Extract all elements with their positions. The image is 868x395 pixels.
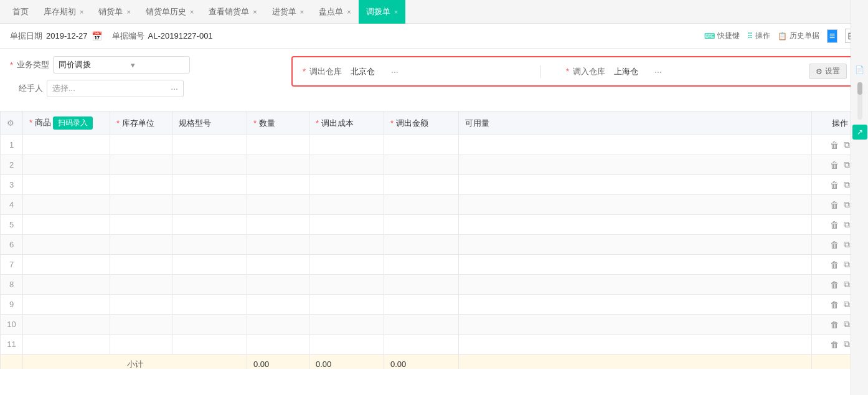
doc-no-field-group: 单据编号 AL-20191227-001 <box>112 31 213 42</box>
row-3-amount[interactable] <box>384 175 459 195</box>
handler-more-icon[interactable]: ··· <box>171 83 178 93</box>
copy-row-3-icon[interactable]: ⧉ <box>844 179 850 190</box>
row-1-available <box>459 135 812 155</box>
copy-row-11-icon[interactable]: ⧉ <box>844 339 850 350</box>
warehouse-in-value: 上海仓 <box>614 66 638 77</box>
side-export-button[interactable]: ↗ <box>852 125 867 140</box>
col-unit: * 库存单位 <box>110 112 172 135</box>
row-2-cost[interactable] <box>309 155 384 175</box>
doc-no-value: AL-20191227-001 <box>148 31 213 40</box>
copy-row-9-icon[interactable]: ⧉ <box>844 299 850 310</box>
row-3-unit[interactable] <box>110 175 172 195</box>
row-3-cost[interactable] <box>309 175 384 195</box>
warehouse-in-field: * 调入仓库 上海仓 ··· <box>566 66 779 77</box>
row-2-spec[interactable] <box>172 155 247 175</box>
table-row: 3 🗑 ⧉ <box>1 175 868 195</box>
table-header-row: ⚙ * 商品 扫码录入 * 库存单位 规格型号 * <box>1 112 868 135</box>
tab-close-inventory-count[interactable]: × <box>347 8 351 16</box>
copy-row-8-icon[interactable]: ⧉ <box>844 279 850 290</box>
table-row: 4 🗑⧉ <box>1 195 868 215</box>
delete-row-8-icon[interactable]: 🗑 <box>830 280 839 290</box>
copy-row-10-icon[interactable]: ⧉ <box>844 319 850 330</box>
delete-row-10-icon[interactable]: 🗑 <box>830 320 839 330</box>
row-1-qty[interactable] <box>247 135 309 155</box>
copy-row-4-icon[interactable]: ⧉ <box>844 199 850 210</box>
tab-inventory-count[interactable]: 盘点单 × <box>311 0 358 24</box>
toolbar-right: ⌨ 快捷键 ⠿ 操作 📋 历史单据 ≡ ⊞ <box>704 29 858 43</box>
row-1-spec[interactable] <box>172 135 247 155</box>
handler-input[interactable]: 选择... ··· <box>47 80 184 97</box>
settings-gear-icon: ⚙ <box>816 67 823 76</box>
delete-row-7-icon[interactable]: 🗑 <box>830 260 839 270</box>
view-list-button[interactable]: ≡ <box>827 29 837 43</box>
table-row: 9 🗑⧉ <box>1 295 868 315</box>
warehouse-out-more-icon[interactable]: ··· <box>391 67 399 77</box>
row-1-unit[interactable] <box>110 135 172 155</box>
tab-close-sales-order[interactable]: × <box>126 8 130 16</box>
scan-button[interactable]: 扫码录入 <box>53 117 93 130</box>
tab-close-sales-history[interactable]: × <box>190 8 194 16</box>
col-amount: * 调出金额 <box>384 112 459 135</box>
history-docs-button[interactable]: 📋 历史单据 <box>778 31 819 41</box>
row-2-available <box>459 155 812 175</box>
row-3-product[interactable] <box>23 175 110 195</box>
tab-close-purchase-order[interactable]: × <box>300 8 304 16</box>
delete-row-3-icon[interactable]: 🗑 <box>830 180 839 190</box>
tab-sales-history[interactable]: 销货单历史 × <box>138 0 201 24</box>
shortcut-button[interactable]: ⌨ 快捷键 <box>704 31 740 41</box>
copy-row-7-icon[interactable]: ⧉ <box>844 259 850 270</box>
form-area: * 业务类型 同价调拨 ▾ 经手人 选择... ··· <box>0 49 868 111</box>
tab-transfer-order[interactable]: 调拨单 × <box>359 0 405 24</box>
row-1-amount[interactable] <box>384 135 459 155</box>
row-2-amount[interactable] <box>384 155 459 175</box>
row-3-qty[interactable] <box>247 175 309 195</box>
tab-purchase-order[interactable]: 进货单 × <box>265 0 311 24</box>
operations-button[interactable]: ⠿ 操作 <box>747 31 770 41</box>
row-2-unit[interactable] <box>110 155 172 175</box>
business-type-input[interactable]: 同价调拨 ▾ <box>53 56 190 74</box>
table-container: ⚙ * 商品 扫码录入 * 库存单位 规格型号 * <box>0 111 868 369</box>
row-3-spec[interactable] <box>172 175 247 195</box>
transfer-table: ⚙ * 商品 扫码录入 * 库存单位 规格型号 * <box>0 111 868 369</box>
tab-home[interactable]: 首页 <box>5 0 36 24</box>
date-label: 单据日期 <box>10 31 42 42</box>
settings-button[interactable]: ⚙ 设置 <box>809 64 847 79</box>
row-2-product[interactable] <box>23 155 110 175</box>
col-spec: 规格型号 <box>172 112 247 135</box>
warehouse-in-label: 调入仓库 <box>573 66 605 77</box>
scrollbar-thumb[interactable] <box>857 82 862 95</box>
table-gear-icon[interactable]: ⚙ <box>7 118 14 128</box>
business-type-field: * 业务类型 同价调拨 ▾ <box>10 56 190 74</box>
subtotal-label: 小计 <box>23 355 247 369</box>
tab-close-view-sales[interactable]: × <box>253 8 257 16</box>
table-row: 10 🗑⧉ <box>1 315 868 335</box>
tab-sales-order[interactable]: 销货单 × <box>91 0 138 24</box>
delete-row-5-icon[interactable]: 🗑 <box>830 220 839 230</box>
warehouse-in-more-icon[interactable]: ··· <box>654 67 662 77</box>
delete-row-4-icon[interactable]: 🗑 <box>830 200 839 210</box>
copy-row-1-icon[interactable]: ⧉ <box>844 140 850 150</box>
settings-label: 设置 <box>825 66 840 77</box>
tab-view-sales[interactable]: 查看销货单 × <box>201 0 264 24</box>
delete-row-6-icon[interactable]: 🗑 <box>830 240 839 250</box>
delete-row-11-icon[interactable]: 🗑 <box>830 340 839 350</box>
copy-row-6-icon[interactable]: ⧉ <box>844 239 850 250</box>
side-doc-button[interactable]: 📄 <box>852 62 867 77</box>
delete-row-1-icon[interactable]: 🗑 <box>830 140 839 150</box>
subtotal-qty: 0.00 <box>247 355 309 369</box>
handler-field: 经手人 选择... ··· <box>10 80 184 97</box>
row-1-product[interactable] <box>23 135 110 155</box>
tab-inventory-init[interactable]: 库存期初 × <box>36 0 91 24</box>
row-2-qty[interactable] <box>247 155 309 175</box>
copy-row-2-icon[interactable]: ⧉ <box>844 159 850 170</box>
row-1-cost[interactable] <box>309 135 384 155</box>
copy-row-5-icon[interactable]: ⧉ <box>844 219 850 230</box>
calendar-icon[interactable]: 📅 <box>92 31 102 41</box>
delete-row-9-icon[interactable]: 🗑 <box>830 300 839 310</box>
table-row: 1 🗑 ⧉ <box>1 135 868 155</box>
tab-close-inventory-init[interactable]: × <box>80 8 83 16</box>
table-row: 6 🗑⧉ <box>1 235 868 255</box>
business-type-label: 业务类型 <box>17 59 49 70</box>
delete-row-2-icon[interactable]: 🗑 <box>830 160 839 170</box>
tab-close-transfer-order[interactable]: × <box>394 8 398 16</box>
